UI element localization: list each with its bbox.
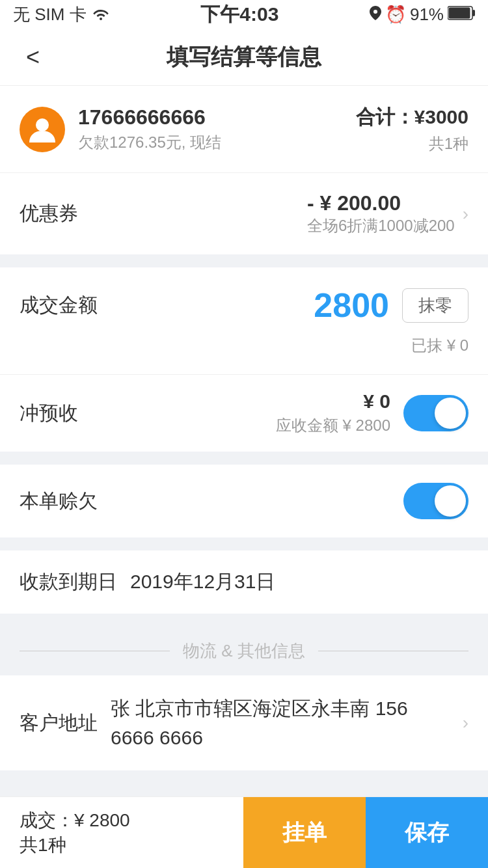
- customer-right: 合计：¥3000 共1种: [356, 104, 468, 154]
- avatar: [20, 107, 65, 152]
- address-value: 张 北京市市辖区海淀区永丰南 156 6666 6666: [111, 694, 450, 752]
- bottom-summary-top: 成交：¥ 2800: [20, 808, 224, 833]
- logistics-line-right: [318, 651, 468, 651]
- advance-right: ¥ 0 应收金额 ¥ 2800: [276, 390, 468, 436]
- bottom-summary-amount: ¥ 2800: [74, 810, 130, 830]
- customer-debt: 欠款1276.35元, 现结: [78, 132, 221, 153]
- coupon-description: 全场6折满1000减200: [307, 215, 455, 236]
- battery-icon: [448, 5, 475, 25]
- status-time: 下午4:03: [200, 1, 278, 28]
- back-button[interactable]: <: [20, 37, 46, 77]
- bottom-summary-count: 共1种: [20, 833, 224, 858]
- alarm-icon: ⏰: [385, 5, 406, 25]
- advance-row: 冲预收 ¥ 0 应收金额 ¥ 2800: [0, 374, 488, 452]
- customer-phone: 17666666666: [78, 105, 221, 129]
- customer-row: 17666666666 欠款1276.35元, 现结 合计：¥3000 共1种: [0, 86, 488, 172]
- due-date-section: 收款到期日 2019年12月31日: [0, 550, 488, 614]
- total-amount: 合计：¥3000: [356, 104, 468, 131]
- chevron-right-icon: ›: [463, 204, 468, 224]
- coupon-right: - ¥ 200.00 全场6折满1000减200 ›: [307, 191, 468, 236]
- save-button[interactable]: 保存: [366, 797, 488, 869]
- advance-toggle[interactable]: [403, 395, 468, 431]
- already-rounded: 已抹 ¥ 0: [20, 335, 468, 356]
- wifi-icon: [92, 5, 110, 25]
- debit-label: 本单赊欠: [20, 488, 98, 515]
- address-row[interactable]: 客户地址 张 北京市市辖区海淀区永丰南 156 6666 6666 ›: [0, 675, 488, 770]
- debit-toggle[interactable]: [403, 483, 468, 519]
- debit-toggle-knob: [435, 485, 466, 517]
- bottom-summary-prefix: 成交：: [20, 810, 74, 830]
- advance-label: 冲预收: [20, 400, 78, 427]
- debit-section: 本单赊欠: [0, 465, 488, 537]
- status-left: 无 SIM 卡: [13, 3, 110, 26]
- pending-button[interactable]: 挂单: [243, 797, 366, 869]
- bottom-bar: 成交：¥ 2800 共1种 挂单 保存: [0, 796, 488, 868]
- due-date-label: 收款到期日: [20, 569, 117, 595]
- status-bar: 无 SIM 卡 下午4:03 ⏰ 91%: [0, 0, 488, 29]
- transaction-card: 成交金额 2800 抹零 已抹 ¥ 0 冲预收 ¥ 0 应收金额 ¥ 2800: [0, 267, 488, 452]
- status-right: ⏰ 91%: [370, 5, 475, 25]
- customer-left: 17666666666 欠款1276.35元, 现结: [20, 105, 221, 153]
- content: 17666666666 欠款1276.35元, 现结 合计：¥3000 共1种 …: [0, 86, 488, 868]
- battery-text: 91%: [410, 5, 444, 25]
- advance-receivable: 应收金额 ¥ 2800: [276, 415, 390, 436]
- advance-amount-block: ¥ 0 应收金额 ¥ 2800: [276, 390, 390, 436]
- customer-info: 17666666666 欠款1276.35元, 现结: [78, 105, 221, 153]
- transaction-row: 成交金额 2800 抹零: [20, 286, 468, 325]
- toggle-knob: [435, 398, 466, 429]
- address-label: 客户地址: [20, 710, 98, 737]
- logistics-text: 物流 & 其他信息: [183, 640, 305, 662]
- transaction-right: 2800 抹零: [314, 286, 468, 325]
- coupon-row[interactable]: 优惠券 - ¥ 200.00 全场6折满1000减200 ›: [0, 172, 488, 254]
- chevron-right-address-icon: ›: [463, 712, 468, 733]
- svg-rect-2: [448, 7, 470, 18]
- transaction-section: 成交金额 2800 抹零 已抹 ¥ 0: [0, 267, 488, 374]
- bottom-summary: 成交：¥ 2800 共1种: [0, 808, 243, 858]
- logistics-line-left: [20, 651, 170, 651]
- transaction-label: 成交金额: [20, 292, 98, 319]
- svg-point-3: [36, 118, 49, 131]
- logistics-divider: 物流 & 其他信息: [0, 627, 488, 675]
- transaction-amount: 2800: [314, 286, 389, 325]
- coupon-label: 优惠券: [20, 200, 78, 227]
- customer-card: 17666666666 欠款1276.35元, 现结 合计：¥3000 共1种 …: [0, 86, 488, 254]
- due-date-value: 2019年12月31日: [130, 569, 275, 595]
- svg-rect-1: [472, 10, 475, 16]
- total-count: 共1种: [356, 133, 468, 154]
- location-icon: [370, 5, 381, 25]
- advance-amount: ¥ 0: [276, 390, 390, 413]
- round-zero-button[interactable]: 抹零: [402, 288, 468, 323]
- nav-bar: < 填写结算等信息: [0, 29, 488, 86]
- sim-status: 无 SIM 卡: [13, 3, 87, 26]
- page-title: 填写结算等信息: [167, 42, 321, 72]
- coupon-discount: - ¥ 200.00: [307, 191, 455, 215]
